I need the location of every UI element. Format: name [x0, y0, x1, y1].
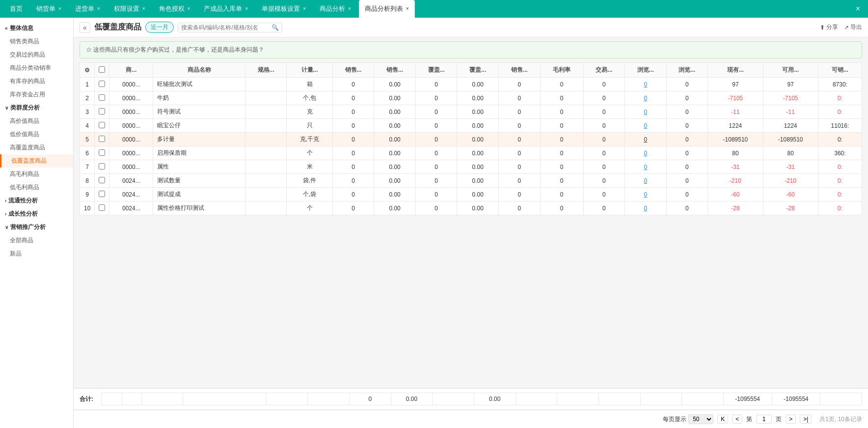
row-browse1[interactable]: 0 [625, 160, 667, 174]
sidebar-item-low-coverage[interactable]: 低覆盖度商品 [0, 154, 73, 168]
close-analysis-icon[interactable]: × [348, 0, 351, 18]
share-button[interactable]: ⬆ 分享 [820, 23, 838, 31]
nav-tab-role[interactable]: 角色授权 × [153, 0, 196, 18]
col-current: 现有... [708, 63, 763, 78]
row-select-checkbox[interactable] [99, 94, 105, 101]
row-checkbox[interactable] [95, 188, 109, 201]
sidebar-item-sales-category[interactable]: 销售类商品 [0, 35, 73, 48]
sidebar-item-high-value[interactable]: 高价值商品 [0, 114, 73, 128]
row-browse1[interactable]: 0 [625, 188, 667, 201]
row-browse1[interactable]: 0 [625, 91, 667, 105]
close-sales-icon[interactable]: × [58, 0, 61, 18]
row-select-checkbox[interactable] [99, 149, 105, 156]
first-page-button[interactable]: K [717, 415, 728, 424]
search-icon[interactable]: 🔍 [271, 24, 279, 31]
row-select-checkbox[interactable] [99, 191, 105, 197]
row-available: -7105 [763, 91, 818, 105]
export-button[interactable]: ↗ 导出 [844, 23, 862, 31]
row-select-checkbox[interactable] [99, 81, 105, 87]
row-select-checkbox[interactable] [99, 204, 105, 211]
nav-tab-template[interactable]: 单据模板设置 × [256, 0, 312, 18]
row-gross-rate: 0 [540, 119, 583, 133]
search-input[interactable] [181, 24, 270, 31]
row-checkbox[interactable] [95, 119, 109, 133]
row-browse1[interactable]: 0 [625, 146, 667, 160]
sidebar-section-overall[interactable]: « 整体信息 [0, 22, 73, 35]
sidebar-item-has-stock[interactable]: 有库存的商品 [0, 75, 73, 88]
row-checkbox[interactable] [95, 78, 109, 91]
row-browse1[interactable]: 0 [625, 119, 667, 133]
close-purchase-icon[interactable]: × [97, 0, 100, 18]
nav-tab-permission[interactable]: 权限设置 × [108, 0, 151, 18]
row-checkbox[interactable] [95, 174, 109, 188]
row-checkbox[interactable] [95, 160, 109, 174]
next-page-button[interactable]: > [786, 415, 796, 424]
close-permission-icon[interactable]: × [142, 0, 145, 18]
row-checkbox[interactable] [95, 91, 109, 105]
row-sellable: 0: [818, 160, 862, 174]
sidebar-item-stock-occupy[interactable]: 库存资金占用 [0, 88, 73, 101]
nav-tab-sales[interactable]: 销货单 × [30, 0, 67, 18]
select-all-checkbox[interactable] [99, 66, 105, 73]
col-cov2: 覆盖... [457, 63, 499, 78]
table-row: 5 0000... 多计量 克,千克 0 0.00 0 0.00 0 0 0 0… [80, 133, 862, 146]
row-select-checkbox[interactable] [99, 136, 105, 142]
row-select-checkbox[interactable] [99, 108, 105, 114]
sidebar-item-high-coverage[interactable]: 高覆盖度商品 [0, 141, 73, 154]
row-browse1[interactable]: 0 [625, 201, 667, 215]
row-browse1[interactable]: 0 [625, 174, 667, 188]
sidebar-item-low-profit[interactable]: 低毛利商品 [0, 181, 73, 194]
sidebar-item-all-products[interactable]: 全部商品 [0, 234, 73, 247]
sidebar-section-quality[interactable]: ∨ 类群度分析 [0, 101, 73, 114]
row-name: 测试数量 [153, 174, 245, 188]
sidebar-item-new-products[interactable]: 新品 [0, 247, 73, 260]
sidebar-section-growth[interactable]: › 成长性分析 [0, 207, 73, 221]
nav-tab-home[interactable]: 首页 [4, 0, 28, 18]
page-number-input[interactable] [756, 415, 772, 424]
close-product-storage-icon[interactable]: × [245, 0, 248, 18]
col-browse2: 浏览... [666, 63, 708, 78]
col-checkbox[interactable] [95, 63, 109, 78]
row-cov2: 0.00 [457, 105, 499, 119]
sidebar-item-traded[interactable]: 交易过的商品 [0, 48, 73, 61]
row-gross-rate: 0 [540, 201, 583, 215]
row-sales-amount: 0.00 [374, 78, 416, 91]
close-role-icon[interactable]: × [188, 0, 190, 18]
row-checkbox[interactable] [95, 133, 109, 146]
page-size-select[interactable]: 50 100 [688, 414, 713, 424]
nav-tab-product-storage[interactable]: 产成品入库单 × [198, 0, 254, 18]
row-cov2: 0.00 [457, 174, 499, 188]
page-size-label: 每页显示 [663, 415, 686, 424]
row-select-checkbox[interactable] [99, 177, 105, 183]
search-box: 🔍 [178, 23, 282, 32]
row-browse1[interactable]: 0 [625, 78, 667, 91]
sidebar-item-low-value[interactable]: 低价值商品 [0, 128, 73, 141]
col-settings[interactable]: ⚙ [80, 63, 95, 78]
row-sales-amount: 0.00 [374, 188, 416, 201]
row-select-checkbox[interactable] [99, 163, 105, 170]
nav-tab-analysis-list[interactable]: 商品分析列表 × [359, 0, 415, 18]
row-select-checkbox[interactable] [99, 122, 105, 128]
filter-period-button[interactable]: 近一月 [145, 22, 174, 33]
close-analysis-list-icon[interactable]: × [406, 0, 409, 18]
row-checkbox[interactable] [95, 105, 109, 119]
row-checkbox[interactable] [95, 201, 109, 215]
sidebar-collapse-button[interactable]: « [80, 22, 90, 33]
close-template-icon[interactable]: × [303, 0, 306, 18]
sidebar-section-marketing[interactable]: ∨ 营销推广分析 [0, 221, 73, 234]
row-browse1[interactable]: 0 [625, 133, 667, 146]
prev-page-button[interactable]: < [732, 415, 742, 424]
nav-tab-analysis[interactable]: 商品分析 × [314, 0, 357, 18]
row-browse1[interactable]: 0 [625, 105, 667, 119]
row-unit: 克 [287, 105, 332, 119]
row-checkbox[interactable] [95, 146, 109, 160]
last-page-button[interactable]: >| [800, 415, 812, 424]
nav-tab-purchase[interactable]: 进货单 × [69, 0, 106, 18]
sidebar-section-flow[interactable]: › 流通性分析 [0, 194, 73, 207]
sidebar-item-high-profit[interactable]: 高毛利商品 [0, 168, 73, 181]
pagination: 每页显示 50 100 K < 第 页 > >| 共1页, 10条记录 [74, 410, 868, 428]
row-gross-rate: 0 [540, 91, 583, 105]
sidebar-item-sales-rate[interactable]: 商品分类动销率 [0, 61, 73, 75]
window-close-button[interactable]: × [852, 4, 864, 13]
row-no: 10 [80, 201, 95, 215]
